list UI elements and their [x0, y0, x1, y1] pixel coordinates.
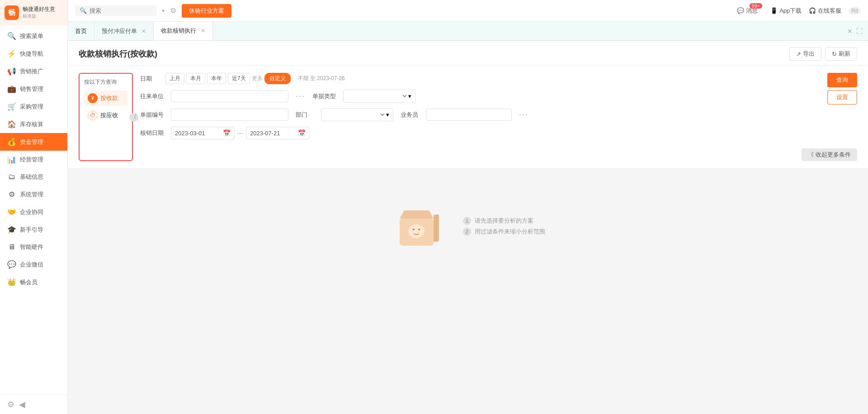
window-controls: ✕ ⛶ — [842, 28, 868, 35]
sidebar-item-quicknav[interactable]: ⚡ 快捷导航 — [0, 45, 67, 62]
tab-collection-close[interactable]: ✕ — [201, 28, 205, 34]
tab-prepay[interactable]: 预付冲应付单 ✕ — [94, 22, 154, 40]
collapse-sidebar-icon[interactable]: ◀ — [19, 400, 25, 409]
sidebar-item-inventory[interactable]: 🏠 库存核算 — [0, 115, 67, 133]
message-action[interactable]: 💬 消息 99+ — [737, 7, 758, 15]
app-logo: 畅 畅捷通好生意 标准版 — [0, 0, 67, 25]
date-more-btn[interactable]: 更多 — [252, 75, 263, 82]
staff-input[interactable] — [426, 109, 512, 121]
doc-no-input[interactable] — [171, 109, 288, 121]
date-btn-this-year[interactable]: 本年 — [207, 73, 226, 84]
sidebar-item-marketing[interactable]: 📢 营销推广 — [0, 62, 67, 80]
tab-home[interactable]: 首页 — [68, 22, 94, 40]
verify-date-start-wrap: 2023-03-01 📅 — [171, 127, 235, 139]
sidebar: 畅 畅捷通好生意 标准版 🔍 搜索菜单 ⚡ 快捷导航 📢 营销推广 💼 销售管理… — [0, 0, 68, 414]
collapse-more-btn[interactable]: 《 收起更多条件 — [802, 148, 857, 161]
filter-settings-btn[interactable]: 设置 — [827, 90, 857, 105]
svg-point-5 — [418, 228, 420, 230]
logo-text: 畅捷通好生意 — [23, 6, 55, 13]
tab-collection[interactable]: 收款核销执行 ✕ — [154, 22, 213, 40]
logo-icon: 畅 — [5, 5, 19, 20]
topbar-search-input[interactable] — [90, 7, 144, 14]
doc-type-select[interactable]: ▾ — [343, 90, 415, 103]
enterprise-icon: 🤝 — [7, 208, 16, 216]
filter-left-panel: 按以下方查询 ¥ 按收款 ⏱ 按应收 《 — [79, 73, 133, 161]
verify-date-end-input[interactable]: 2023-07-21 — [250, 130, 295, 137]
sidebar-item-finance[interactable]: 💰 资金管理 — [0, 133, 67, 151]
counterpart-input[interactable] — [171, 90, 288, 102]
filter-option-by-receivable[interactable]: ⏱ 按应收 — [84, 108, 127, 123]
collapse-up-icon: 《 — [808, 151, 814, 159]
export-btn[interactable]: ↗ 导出 — [789, 47, 821, 61]
svg-rect-2 — [434, 214, 439, 242]
calendar-end-icon[interactable]: 📅 — [298, 129, 306, 137]
sidebar-item-label: 基础信息 — [20, 173, 43, 181]
user-avatar[interactable]: Rit — [849, 7, 861, 15]
receivable-icon: ⏱ — [88, 110, 98, 120]
date-btn-last-month[interactable]: 上月 — [165, 73, 184, 84]
sidebar-item-basic[interactable]: 🗂 基础信息 — [0, 168, 67, 186]
filter-right-panel: 日期 上月 本月 本年 近7天 更多 自定义 不限 至 2023-07-26 — [140, 73, 857, 161]
member-icon: 👑 — [7, 278, 16, 286]
settings-footer-icon[interactable]: ⚙ — [7, 400, 14, 409]
filter-option-by-receipt[interactable]: ¥ 按收款 — [84, 90, 127, 106]
app-download-action[interactable]: 📱 App下载 — [770, 7, 802, 15]
sidebar-item-label: 智能硬件 — [20, 243, 43, 251]
sidebar-item-search[interactable]: 🔍 搜索菜单 — [0, 27, 67, 45]
sidebar-item-wecom[interactable]: 💬 企业微信 — [0, 256, 67, 273]
dept-select[interactable]: ▾ — [321, 108, 393, 121]
verify-date-start-input[interactable]: 2023-03-01 — [175, 130, 220, 137]
sidebar-item-label: 销售管理 — [20, 85, 43, 93]
filter-collapse-btn[interactable]: 《 — [129, 113, 138, 122]
filter-row-counterpart: 往来单位 ··· 单据类型 ▾ — [140, 90, 820, 103]
counterpart-label: 往来单位 — [140, 92, 164, 100]
app-download-icon: 📱 — [770, 7, 778, 14]
topbar-search-area: 🔍 — [75, 5, 156, 16]
quick-nav-icon: ⚡ — [7, 49, 16, 58]
chevron-down-icon2: ▾ — [386, 111, 389, 118]
date-range-dash: — — [237, 130, 243, 137]
sidebar-footer: ⚙ ◀ — [0, 395, 67, 414]
expand-window-icon[interactable]: ⛶ — [856, 28, 863, 35]
sidebar-item-system[interactable]: ⚙ 系统管理 — [0, 186, 67, 203]
filter-action-btns: 查询 设置 — [827, 73, 857, 105]
counterpart-ellipsis[interactable]: ··· — [296, 91, 305, 101]
topbar-gear-icon[interactable]: ⚙ — [170, 6, 176, 15]
sidebar-item-enterprise[interactable]: 🤝 企业协同 — [0, 203, 67, 221]
sidebar-item-sales[interactable]: 💼 销售管理 — [0, 80, 67, 98]
doc-type-select-input[interactable] — [347, 92, 408, 100]
tab-prepay-close[interactable]: ✕ — [142, 28, 146, 34]
filter-row-docno: 单据编号 部门 ▾ 业务员 ··· — [140, 108, 820, 121]
sidebar-item-label: 营销推广 — [20, 67, 43, 76]
empty-tip-2: 2 用过滤条件来缩小分析范围 — [463, 228, 545, 236]
sidebar-item-purchase[interactable]: 🛒 采购管理 — [0, 98, 67, 115]
verify-date-end-wrap: 2023-07-21 📅 — [246, 127, 310, 139]
sidebar-item-business[interactable]: 📊 经营管理 — [0, 151, 67, 168]
refresh-btn[interactable]: ↻ 刷新 — [825, 47, 857, 61]
marketing-icon: 📢 — [7, 67, 16, 76]
sidebar-item-member[interactable]: 👑 畅会员 — [0, 273, 67, 291]
sidebar-item-label: 新手引导 — [20, 226, 43, 234]
date-btn-7days[interactable]: 近7天 — [228, 73, 250, 84]
staff-ellipsis[interactable]: ··· — [519, 110, 528, 119]
sidebar-item-guide[interactable]: 🎓 新手引导 — [0, 221, 67, 238]
sidebar-item-label: 系统管理 — [20, 190, 43, 199]
receipt-icon: ¥ — [88, 93, 98, 103]
sidebar-item-label: 企业微信 — [20, 261, 43, 269]
calendar-start-icon[interactable]: 📅 — [223, 129, 231, 137]
sidebar-item-hardware[interactable]: 🖥 智能硬件 — [0, 238, 67, 256]
guide-icon: 🎓 — [7, 225, 16, 234]
query-btn[interactable]: 查询 — [827, 73, 857, 87]
main-content: 🔍 ▾ ⚙ 休验行业方案 💬 消息 99+ 📱 App下载 🎧 在线客服 Rit — [68, 0, 868, 414]
date-btn-this-month[interactable]: 本月 — [186, 73, 205, 84]
export-icon: ↗ — [796, 51, 801, 57]
empty-illustration — [391, 205, 445, 250]
date-buttons: 上月 本月 本年 近7天 更多 自定义 — [165, 73, 291, 84]
industry-btn[interactable]: 休验行业方案 — [182, 4, 231, 18]
dept-select-input[interactable] — [325, 111, 386, 119]
online-service-action[interactable]: 🎧 在线客服 — [809, 7, 841, 15]
topbar-chevron-icon[interactable]: ▾ — [162, 8, 165, 14]
close-window-icon[interactable]: ✕ — [847, 28, 853, 35]
date-btn-custom[interactable]: 自定义 — [264, 73, 291, 84]
business-icon: 📊 — [7, 155, 16, 164]
